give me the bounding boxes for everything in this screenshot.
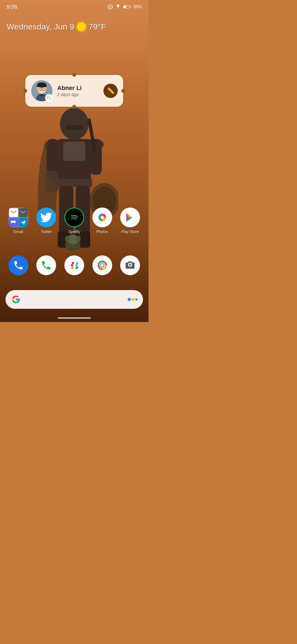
twitter-icon [36, 208, 56, 227]
widget-handle-left [23, 89, 27, 93]
status-icons: 39% [108, 4, 142, 9]
chrome-icon [92, 255, 112, 275]
app-phone2[interactable] [34, 255, 59, 275]
discord-mini-icon [9, 218, 18, 227]
contact-name: Abner Li [57, 84, 99, 92]
status-time: 9:06 [7, 4, 17, 10]
pencil-icon: ✏️ [107, 87, 114, 94]
weather-sun-icon [77, 22, 86, 31]
app-camera[interactable] [118, 255, 142, 275]
contact-action-button[interactable]: ✏️ [103, 84, 118, 98]
svg-rect-32 [46, 95, 52, 101]
temperature-text: 79°F [89, 22, 106, 31]
camera-icon [120, 255, 140, 275]
dnd-icon [108, 4, 113, 9]
app-spotify[interactable]: Spotify [62, 208, 87, 234]
widget-handle-bottom [72, 105, 76, 109]
phone2-icon [36, 255, 56, 275]
svg-rect-28 [37, 85, 46, 87]
google-g-icon [11, 294, 21, 304]
playstore-icon [120, 208, 140, 227]
dot-yellow [132, 298, 134, 301]
svg-point-57 [129, 264, 131, 266]
svg-point-0 [60, 108, 89, 140]
app-chrome[interactable] [90, 255, 115, 275]
slack-badge [45, 94, 53, 102]
photos-logo-icon [96, 211, 109, 224]
svg-point-20 [76, 236, 81, 242]
svg-rect-42 [76, 262, 78, 264]
chrome-logo-icon [96, 259, 109, 272]
app-playstore[interactable]: Play Store [118, 208, 142, 234]
twitter-bird-icon [40, 212, 52, 222]
battery-icon [123, 5, 131, 9]
twitter-label: Twitter [41, 230, 52, 234]
dot-green [135, 298, 138, 301]
wifi-icon [115, 4, 121, 9]
email-label: Email [13, 230, 23, 234]
email-mini-icon [19, 208, 28, 217]
spotify-logo-icon [68, 211, 80, 223]
spotify-icon [64, 208, 84, 227]
gmail-mini-icon [9, 208, 18, 217]
svg-rect-8 [90, 139, 102, 175]
svg-point-36 [101, 216, 104, 219]
battery-percentage: 39% [133, 4, 142, 9]
status-bar: 9:06 39% [0, 0, 148, 14]
playstore-logo-icon [123, 211, 137, 224]
svg-rect-40 [72, 262, 74, 264]
contact-avatar-wrap [31, 80, 53, 102]
svg-point-19 [65, 236, 70, 242]
contact-widget[interactable]: Abner Li 2 days ago ✏️ [25, 74, 124, 107]
dot-blue [128, 298, 131, 301]
contact-info: Abner Li 2 days ago [57, 84, 99, 97]
spotify-label: Spotify [68, 230, 80, 234]
app-phone[interactable] [6, 255, 31, 275]
app-row-1: Email Twitter Spotify [0, 208, 148, 234]
phone-icon [9, 255, 28, 275]
playstore-label: Play Store [121, 230, 139, 234]
app-row-2 [0, 255, 148, 275]
slack-icon-badge [46, 95, 52, 101]
contact-time-ago: 2 days ago [57, 92, 99, 97]
svg-rect-44 [76, 266, 78, 269]
app-email[interactable]: Email [6, 208, 31, 234]
svg-rect-46 [72, 266, 74, 269]
svg-rect-22 [124, 6, 126, 8]
telegram-mini-icon [19, 218, 28, 227]
widget-handle-right [121, 89, 125, 93]
google-logo-icon [12, 295, 20, 304]
search-bar[interactable] [6, 290, 143, 309]
mando-silhouette [30, 96, 118, 261]
date-weather: Wednesday, Jun 9 79°F [7, 22, 106, 31]
svg-point-53 [101, 264, 104, 267]
date-text: Wednesday, Jun 9 [7, 22, 74, 31]
app-photos[interactable]: Photos [90, 208, 115, 234]
phone2-icon-svg [41, 260, 52, 271]
photos-label: Photos [96, 230, 108, 234]
svg-rect-1 [66, 125, 82, 130]
camera-logo-icon [124, 260, 136, 271]
phone-icon-svg [13, 260, 24, 271]
svg-rect-39 [71, 264, 73, 266]
google-assistant-dots [128, 298, 138, 301]
app-slack[interactable] [62, 255, 87, 275]
slack-icon [64, 255, 84, 275]
photos-icon [92, 208, 112, 227]
widget-handle-top [72, 73, 76, 77]
slack-logo-icon [68, 259, 80, 271]
svg-point-38 [68, 259, 80, 271]
svg-rect-7 [47, 139, 59, 175]
svg-rect-5 [63, 142, 85, 161]
svg-rect-41 [75, 264, 78, 266]
email-icon [9, 208, 28, 227]
svg-rect-23 [130, 6, 130, 8]
home-indicator[interactable] [58, 317, 91, 319]
app-twitter[interactable]: Twitter [34, 208, 59, 234]
